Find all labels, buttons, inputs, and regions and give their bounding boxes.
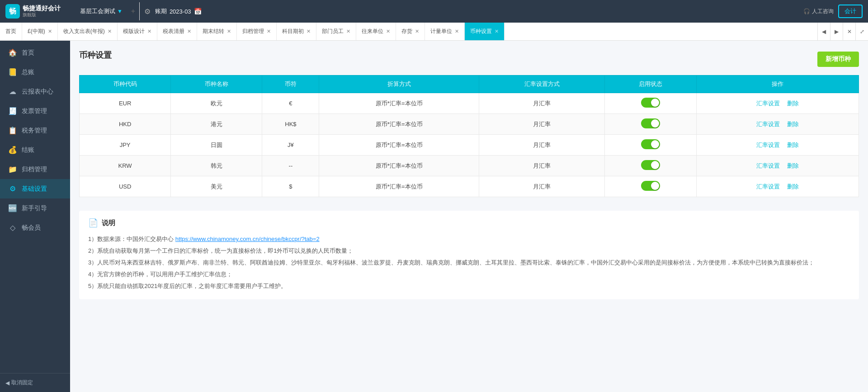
tab-tax-close[interactable]: ✕ bbox=[187, 28, 191, 34]
toggle-3[interactable] bbox=[641, 160, 660, 170]
rate-setting-link-3[interactable]: 汇率设置 bbox=[756, 162, 780, 169]
table-row: EUR 欧元 € 原币*汇率=本位币 月汇率 汇率设置 删除 bbox=[80, 93, 859, 114]
tab-inventory[interactable]: 存货 ✕ bbox=[396, 23, 425, 41]
sidebar-item-member[interactable]: ◇ 畅会员 bbox=[0, 218, 70, 237]
pin-button[interactable]: ◀ 取消固定 bbox=[5, 379, 65, 387]
tab-departments-close[interactable]: ✕ bbox=[346, 28, 350, 34]
tab-prev-button[interactable]: ◀ bbox=[817, 23, 830, 41]
delete-link-0[interactable]: 删除 bbox=[787, 100, 799, 107]
tab-subjects-close[interactable]: ✕ bbox=[307, 28, 311, 34]
rate-setting-link-0[interactable]: 汇率设置 bbox=[756, 100, 780, 107]
tab-template-close[interactable]: ✕ bbox=[147, 28, 151, 34]
sidebar-item-settings[interactable]: ⚙ 基础设置 bbox=[0, 179, 70, 198]
tab-period-label: £(中期) bbox=[28, 28, 45, 35]
tab-currency-close[interactable]: ✕ bbox=[495, 28, 499, 34]
tab-period-end[interactable]: 期末结转 ✕ bbox=[197, 23, 237, 41]
cell-actions-3: 汇率设置 删除 bbox=[696, 156, 859, 176]
delete-link-3[interactable]: 删除 bbox=[787, 162, 799, 169]
org-name: 基层工会测试 bbox=[80, 7, 115, 15]
col-symbol: 币符 bbox=[262, 76, 319, 93]
tab-income[interactable]: 收入支出表(年报) ✕ bbox=[58, 23, 118, 41]
content-area: 币种设置 新增币种 币种代码 币种名称 币符 折算方式 汇率设置方式 启用状态 … bbox=[70, 41, 868, 392]
tab-template[interactable]: 模版设计 ✕ bbox=[118, 23, 157, 41]
toggle-0[interactable] bbox=[641, 98, 660, 108]
notes-title: 📄 说明 bbox=[88, 218, 850, 228]
tab-inventory-close[interactable]: ✕ bbox=[415, 28, 419, 34]
sidebar-item-invoice[interactable]: 🧾 发票管理 bbox=[0, 101, 70, 121]
sidebar-item-reports[interactable]: ☁ 云报表中心 bbox=[0, 82, 70, 101]
tab-archive-close[interactable]: ✕ bbox=[267, 28, 271, 34]
tab-expand-button[interactable]: ⤢ bbox=[855, 23, 868, 41]
notes-link[interactable]: https://www.chinamoney.com.cn/chinese/bk… bbox=[175, 236, 320, 242]
org-selector[interactable]: 基层工会测试 ▼ bbox=[80, 7, 123, 15]
toggle-2[interactable] bbox=[641, 139, 660, 149]
tab-period[interactable]: £(中期) ✕ bbox=[22, 23, 58, 41]
tab-tax-label: 税表清册 bbox=[163, 28, 184, 35]
delete-link-2[interactable]: 删除 bbox=[787, 142, 799, 148]
tab-next-button[interactable]: ▶ bbox=[830, 23, 843, 41]
pin-icon: ◀ bbox=[5, 380, 9, 386]
tab-nav-buttons: ◀ ▶ ✕ ⤢ bbox=[817, 23, 868, 41]
cell-code-3: KRW bbox=[80, 156, 171, 176]
toggle-track-4 bbox=[641, 181, 660, 191]
tab-departments[interactable]: 部门员工 ✕ bbox=[316, 23, 356, 41]
cell-name-2: 日圆 bbox=[171, 135, 262, 156]
sidebar-item-ledger[interactable]: 📒 总账 bbox=[0, 62, 70, 82]
rate-setting-link-2[interactable]: 汇率设置 bbox=[756, 142, 780, 148]
cell-symbol-3: -- bbox=[262, 156, 319, 176]
toggle-thumb-3 bbox=[651, 161, 659, 169]
tab-tax[interactable]: 税表清册 ✕ bbox=[157, 23, 197, 41]
tab-template-label: 模版设计 bbox=[123, 28, 145, 35]
app-header: 畅 畅捷通好会计 旗舰版 基层工会测试 ▼ + ⚙ 账期 2023-03 📅 🎧 bbox=[0, 0, 868, 23]
tab-units-close[interactable]: ✕ bbox=[455, 28, 459, 34]
sidebar-item-tax[interactable]: 📋 税务管理 bbox=[0, 121, 70, 140]
tab-archive[interactable]: 归档管理 ✕ bbox=[237, 23, 277, 41]
invoice-icon: 🧾 bbox=[8, 107, 17, 115]
sidebar-item-archive[interactable]: 📁 归档管理 bbox=[0, 160, 70, 179]
new-currency-button[interactable]: 新增币种 bbox=[817, 52, 859, 67]
cell-code-1: HKD bbox=[80, 114, 171, 135]
cell-name-0: 欧元 bbox=[171, 93, 262, 114]
tab-contacts[interactable]: 往来单位 ✕ bbox=[356, 23, 396, 41]
logo-area: 畅 畅捷通好会计 旗舰版 bbox=[5, 4, 75, 19]
logo-icon: 畅 bbox=[5, 4, 20, 19]
help-button[interactable]: 🎧 人工咨询 bbox=[803, 8, 834, 15]
tab-income-close[interactable]: ✕ bbox=[108, 28, 112, 34]
calendar-icon[interactable]: 📅 bbox=[194, 8, 202, 15]
tab-close-all-button[interactable]: ✕ bbox=[843, 23, 855, 41]
notes-item-2: 3）人民币对马来西亚林吉特、俄罗斯卢布、南非兰特、韩元、阿联酋迪拉姆、沙特里亚尔… bbox=[88, 257, 850, 269]
tab-home[interactable]: 首页 bbox=[0, 23, 22, 41]
delete-link-4[interactable]: 删除 bbox=[787, 183, 799, 190]
page-header-row: 币种设置 新增币种 bbox=[79, 50, 859, 69]
toggle-thumb-2 bbox=[651, 140, 659, 148]
rate-setting-link-4[interactable]: 汇率设置 bbox=[756, 183, 780, 190]
rate-setting-link-1[interactable]: 汇率设置 bbox=[756, 121, 780, 128]
reports-icon: ☁ bbox=[8, 87, 17, 96]
toggle-1[interactable] bbox=[641, 118, 660, 128]
cell-symbol-0: € bbox=[262, 93, 319, 114]
tab-subjects[interactable]: 科目期初 ✕ bbox=[277, 23, 316, 41]
delete-link-1[interactable]: 删除 bbox=[787, 121, 799, 128]
period-value: 2023-03 bbox=[170, 8, 191, 15]
sidebar-item-guide[interactable]: 🆕 新手引导 bbox=[0, 198, 70, 218]
add-tab-button[interactable]: + bbox=[127, 2, 140, 20]
settings-icon[interactable]: ⚙ bbox=[144, 7, 151, 16]
sidebar-item-home[interactable]: 🏠 首页 bbox=[0, 43, 70, 62]
account-button[interactable]: 会计 bbox=[838, 5, 863, 18]
tab-period-end-close[interactable]: ✕ bbox=[227, 28, 231, 34]
table-row: HKD 港元 HK$ 原币*汇率=本位币 月汇率 汇率设置 删除 bbox=[80, 114, 859, 135]
toggle-track-0 bbox=[641, 98, 660, 108]
tab-units[interactable]: 计量单位 ✕ bbox=[425, 23, 465, 41]
tab-currency[interactable]: 币种设置 ✕ bbox=[465, 23, 505, 41]
sidebar: 🏠 首页 📒 总账 ☁ 云报表中心 🧾 发票管理 📋 税务管理 bbox=[0, 41, 70, 392]
sidebar-item-guide-label: 新手引导 bbox=[22, 204, 47, 213]
toggle-4[interactable] bbox=[641, 181, 660, 191]
tab-currency-label: 币种设置 bbox=[470, 28, 492, 35]
sidebar-item-checkout[interactable]: 💰 结账 bbox=[0, 140, 70, 160]
tab-period-close[interactable]: ✕ bbox=[48, 28, 52, 34]
notes-title-text: 说明 bbox=[102, 219, 115, 227]
currency-table: 币种代码 币种名称 币符 折算方式 汇率设置方式 启用状态 操作 EUR 欧元 … bbox=[79, 75, 859, 197]
tab-contacts-close[interactable]: ✕ bbox=[386, 28, 390, 34]
notes-section: 📄 说明 1）数据来源：中国外汇交易中心 https://www.chinamo… bbox=[79, 211, 859, 299]
table-row: KRW 韩元 -- 原币*汇率=本位币 月汇率 汇率设置 删除 bbox=[80, 156, 859, 176]
